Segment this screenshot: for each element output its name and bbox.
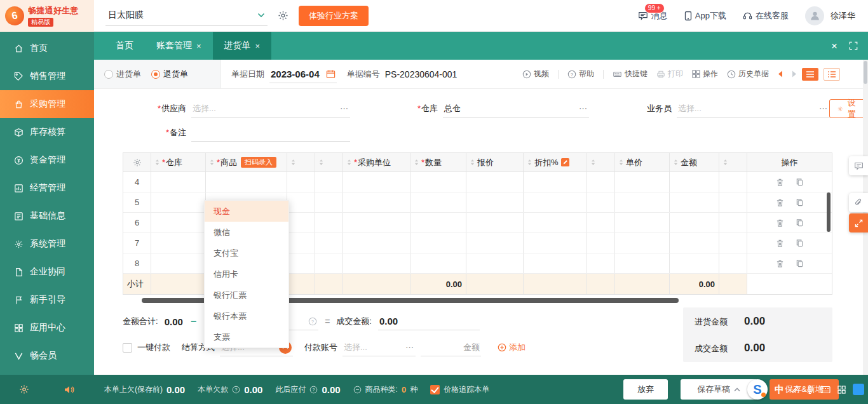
column-header-4[interactable]	[315, 153, 343, 172]
grid-cell[interactable]	[719, 213, 747, 232]
grid-cell[interactable]	[670, 233, 719, 253]
warehouse-select[interactable]: 总仓⋯	[443, 100, 589, 118]
grid-cell[interactable]	[343, 233, 410, 253]
grid-cell[interactable]	[287, 172, 315, 192]
microphone-icon[interactable]	[806, 385, 813, 394]
sort-icon[interactable]	[527, 159, 532, 166]
app-logo[interactable]: 6 畅捷通好生意 精易版	[0, 0, 94, 32]
delete-row-icon[interactable]	[776, 198, 784, 207]
grid-cell[interactable]	[615, 172, 670, 192]
delete-row-icon[interactable]	[776, 259, 784, 268]
question-circle-icon[interactable]: ?	[309, 386, 318, 394]
more-icon[interactable]: ⋯	[340, 104, 349, 113]
speaker-icon[interactable]	[64, 385, 75, 394]
online-service-button[interactable]: 在线客服	[743, 10, 789, 22]
grid-cell[interactable]	[206, 172, 287, 192]
help-button[interactable]: ?帮助	[567, 69, 594, 79]
detail-view-toggle[interactable]	[824, 68, 840, 81]
footer-gear-icon[interactable]	[19, 384, 29, 394]
column-header-10[interactable]: 单价	[615, 153, 670, 172]
remark-input[interactable]	[191, 124, 350, 142]
column-header-11[interactable]: 金额	[670, 153, 719, 172]
grid-cell[interactable]	[287, 192, 315, 212]
copy-row-icon[interactable]	[796, 259, 804, 268]
grid-cell[interactable]	[466, 192, 524, 212]
grid-cell[interactable]	[287, 233, 315, 253]
grid-cell[interactable]	[343, 172, 410, 192]
sort-icon[interactable]	[619, 159, 623, 166]
column-header-7[interactable]: 报价	[466, 153, 524, 172]
column-header-3[interactable]	[287, 153, 315, 172]
grid-cell[interactable]	[587, 172, 615, 192]
sidebar-item-basic-info[interactable]: 基础信息	[0, 202, 94, 230]
sort-icon[interactable]	[319, 159, 323, 166]
fullscreen-icon[interactable]	[849, 41, 858, 50]
grid-cell[interactable]	[151, 172, 206, 192]
supplier-select[interactable]: 选择...⋯	[191, 100, 350, 118]
trial-industry-plan-button[interactable]: 体验行业方案	[299, 6, 369, 26]
grid-cell[interactable]	[315, 233, 343, 253]
grid-cell[interactable]	[466, 253, 524, 273]
delete-row-icon[interactable]	[776, 239, 784, 248]
copy-row-icon[interactable]	[796, 239, 804, 248]
grid-cell[interactable]	[670, 213, 719, 232]
payment-method-option[interactable]: 支付宝	[205, 243, 288, 264]
sidebar-item-sales[interactable]: 销售管理	[0, 62, 94, 90]
expand-float-button[interactable]	[849, 213, 868, 232]
grid-cell[interactable]	[719, 253, 747, 273]
grid-cell[interactable]	[670, 253, 719, 273]
grid-cell[interactable]	[524, 213, 587, 232]
grid-cell[interactable]	[587, 253, 615, 273]
grid-cell[interactable]	[670, 172, 719, 192]
column-header-8[interactable]: 折扣%	[524, 153, 587, 172]
column-header-1[interactable]: *仓库	[151, 153, 206, 172]
sidebar-item-home[interactable]: 首页	[0, 34, 94, 62]
question-circle-icon[interactable]: ?	[232, 386, 240, 394]
prev-doc-arrow-icon[interactable]	[778, 71, 783, 77]
row-actions[interactable]	[747, 172, 832, 192]
sidebar-item-system[interactable]: 系统管理	[0, 230, 94, 258]
grid-cell[interactable]	[343, 213, 410, 232]
more-icon[interactable]: ⋯	[405, 342, 414, 352]
tab-close-icon[interactable]: ×	[196, 41, 201, 51]
one-click-pay-checkbox[interactable]	[123, 343, 132, 353]
question-circle-icon[interactable]: ?	[308, 317, 317, 326]
grid-cell[interactable]	[343, 253, 410, 273]
row-actions[interactable]	[747, 233, 832, 253]
delete-row-icon[interactable]	[776, 219, 784, 227]
save-draft-button[interactable]: 保存草稿	[681, 379, 757, 400]
date-picker[interactable]: 2023-06-04	[269, 65, 337, 83]
discount-edit-icon[interactable]	[561, 158, 569, 166]
grid-cell[interactable]	[315, 253, 343, 273]
sogou-input-icon[interactable]: S	[747, 379, 768, 400]
grid-cell[interactable]	[287, 253, 315, 273]
table-vertical-scrollbar[interactable]	[827, 192, 831, 232]
copy-row-icon[interactable]	[796, 198, 804, 207]
row-actions[interactable]	[747, 213, 832, 232]
taskbar-app-icon[interactable]	[853, 384, 864, 395]
price-track-checkbox[interactable]	[430, 385, 440, 394]
column-header-6[interactable]: *数量	[410, 153, 466, 172]
payment-account-select[interactable]: 选择...⋯	[342, 339, 416, 356]
grid-cell[interactable]	[466, 213, 524, 232]
copy-row-icon[interactable]	[796, 178, 804, 187]
grid-cell[interactable]	[151, 233, 206, 253]
company-selector[interactable]: 日太阳膜	[105, 6, 268, 26]
next-doc-arrow-icon[interactable]	[792, 71, 797, 77]
row-actions[interactable]	[747, 253, 832, 273]
account-settings-gear-icon[interactable]	[278, 10, 288, 21]
list-view-toggle[interactable]	[802, 68, 818, 81]
history-button[interactable]: 历史单据	[727, 69, 769, 79]
column-header-9[interactable]	[587, 153, 615, 172]
grid-cell[interactable]	[410, 233, 466, 253]
scan-entry-badge[interactable]: 扫码录入	[241, 157, 276, 168]
toolbox-icon[interactable]	[837, 386, 846, 394]
sidebar-item-inventory[interactable]: 库存核算	[0, 118, 94, 146]
sidebar-item-business[interactable]: 经营管理	[0, 174, 94, 202]
grid-cell[interactable]	[524, 192, 587, 212]
grid-cell[interactable]	[524, 253, 587, 273]
grid-cell[interactable]	[587, 192, 615, 212]
tab-close-icon[interactable]: ×	[255, 41, 261, 51]
tab-account-books[interactable]: 账套管理 ×	[145, 32, 213, 60]
grid-cell[interactable]	[670, 192, 719, 212]
